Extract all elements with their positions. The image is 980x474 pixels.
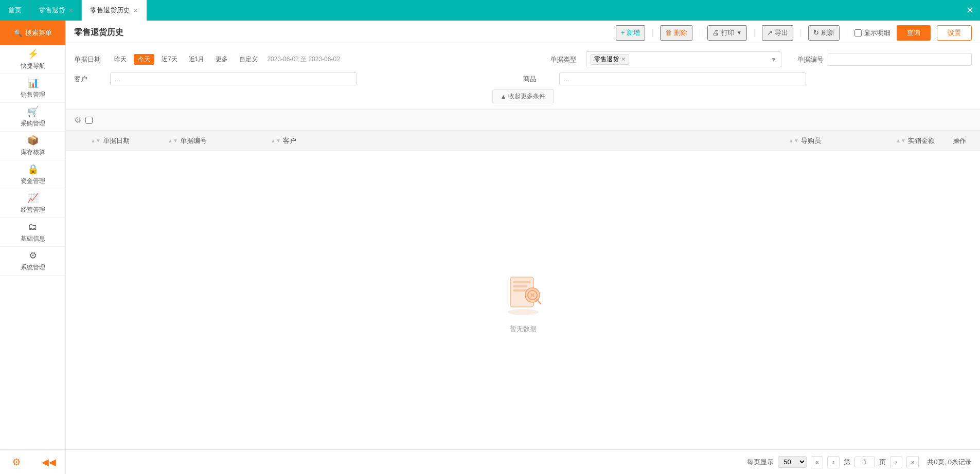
page-first-button[interactable]: « [811,456,823,468]
goods-input[interactable]: ... [559,72,806,85]
tab-retail-return-close[interactable]: ✕ [68,7,73,14]
query-button[interactable]: 查询 [897,25,931,41]
main-layout: 🔍 搜索菜单 ⚡ 快捷导航 📊 销售管理 🛒 采购管理 📦 库存核算 🔒 [0,21,980,474]
show-detail-checkbox[interactable] [854,29,862,37]
sidebar: 🔍 搜索菜单 ⚡ 快捷导航 📊 销售管理 🛒 采购管理 📦 库存核算 🔒 [0,21,66,474]
doc-type-dropdown-icon: ▼ [771,56,777,63]
sidebar-item-operation[interactable]: 📈 经营管理 [0,189,65,218]
collapse-button[interactable]: ▲ 收起更多条件 [492,89,554,103]
divider3 [754,29,755,37]
settings-button[interactable]: 设置 [937,25,972,41]
empty-state: 暂无数据 [66,151,980,449]
sidebar-item-inventory[interactable]: 📦 库存核算 [0,132,65,160]
sales-mgmt-icon: 📊 [27,77,39,88]
doc-type-tag: 零售退货 ✕ [591,54,629,65]
page-next-button[interactable]: › [890,456,902,468]
inventory-icon: 📦 [27,135,39,146]
doc-type-tag-text: 零售退货 [594,55,619,64]
th-docnum[interactable]: ▲▼ 单据编号 [164,136,266,145]
tab-list: 首页 零售退货 ✕ 零售退货历史 ✕ [0,0,959,21]
sidebar-item-finance[interactable]: 🔒 资金管理 [0,160,65,189]
tab-retail-return-history-close[interactable]: ✕ [133,7,138,14]
th-guide[interactable]: ▲▼ 导购员 [785,136,862,145]
date-yesterday-btn[interactable]: 昨天 [110,54,131,65]
divider2 [700,29,700,37]
delete-icon: 🗑 [665,29,672,37]
date-custom-btn[interactable]: 自定义 [235,54,262,65]
doc-type-tag-close[interactable]: ✕ [621,56,626,63]
page-header: 零售退货历史 + 新增 🗑 删除 🖨 打印 ▼ ↗ 导出 [66,21,980,45]
export-button[interactable]: ↗ 导出 [762,25,793,41]
quick-nav-icon: ⚡ [27,48,39,60]
th-op: 操作 [939,136,980,145]
delete-button[interactable]: 🗑 删除 [660,25,692,41]
tab-home-label: 首页 [8,6,22,15]
customer-input[interactable]: ... [110,72,357,85]
customer-label: 客户 [74,75,110,84]
date-more-btn[interactable]: 更多 [211,54,232,65]
page-label: 页 [879,458,886,467]
page-input[interactable] [854,457,875,467]
th-date[interactable]: ▲▼ 单据日期 [86,136,164,145]
th-amount[interactable]: ▲▼ 实销金额 [862,136,939,145]
date-today-btn[interactable]: 今天 [134,54,154,65]
page-label-pre: 第 [844,458,850,467]
header-actions: + 新增 🗑 删除 🖨 打印 ▼ ↗ 导出 [616,25,972,41]
collapse-label: 收起更多条件 [508,92,545,101]
refresh-button[interactable]: ↻ 刷新 [808,25,840,41]
filter-area: 单据日期 昨天 今天 近7天 近1月 更多 自定义 2023-06-02 至 2… [66,45,980,110]
th-date-label: 单据日期 [103,136,130,145]
sidebar-item-quick-nav[interactable]: ⚡ 快捷导航 [0,45,65,74]
sidebar-item-system[interactable]: ⚙ 系统管理 [0,247,65,276]
page-size-select[interactable]: 50 10 20 100 [778,456,807,468]
delete-label: 删除 [674,28,687,38]
sidebar-bottom: ⚙ ◀◀ [0,449,65,474]
sidebar-item-quick-nav-label: 快捷导航 [21,62,45,70]
page-total: 共0页, 0条记录 [927,458,972,467]
svg-line-7 [537,300,541,304]
page-prev-button[interactable]: ‹ [827,456,840,468]
sidebar-item-basic-info[interactable]: 🗂 基础信息 [0,218,65,247]
window-close-button[interactable]: ✕ [959,0,980,21]
doc-type-select[interactable]: 零售退货 ✕ ▼ [586,51,781,67]
sidebar-search-button[interactable]: 🔍 搜索菜单 [0,21,65,45]
sidebar-settings-button[interactable]: ⚙ [7,453,26,471]
tab-retail-return-history[interactable]: 零售退货历史 ✕ [82,0,147,21]
audio-icon: ◀◀ [42,457,56,468]
table-gear-icon[interactable]: ⚙ [74,115,81,125]
divider4 [800,29,801,37]
svg-rect-3 [513,285,527,287]
date-last7days-btn[interactable]: 近7天 [157,54,182,65]
tab-retail-return[interactable]: 零售退货 ✕ [30,0,82,21]
doc-number-label: 单据编号 [797,55,828,64]
th-op-label: 操作 [953,136,966,145]
date-group: 昨天 今天 近7天 近1月 更多 自定义 2023-06-02 至 2023-0… [110,54,340,65]
table-toolbar: ⚙ [66,110,980,131]
tab-retail-return-history-label: 零售退货历史 [90,6,130,15]
show-detail-label: 显示明细 [854,28,890,38]
date-last1month-btn[interactable]: 近1月 [185,54,209,65]
export-label: 导出 [775,28,788,38]
select-all-checkbox[interactable] [85,117,93,124]
th-customer[interactable]: ▲▼ 客户 [266,136,785,145]
print-icon: 🖨 [712,29,719,37]
tab-home[interactable]: 首页 [0,0,30,21]
sidebar-item-basic-info-label: 基础信息 [21,234,45,243]
goods-ellipsis: ... [564,75,569,83]
sidebar-audio-button[interactable]: ◀◀ [40,453,58,471]
print-dropdown-icon: ▼ [737,30,742,35]
add-button[interactable]: + 新增 [616,25,645,41]
page-title: 零售退货历史 [74,27,123,38]
table-header: ▲▼ 单据日期 ▲▼ 单据编号 ▲▼ 客户 ▲▼ 导购员 ▲▼ 实销金额 [66,131,980,151]
sidebar-item-purchase-mgmt[interactable]: 🛒 采购管理 [0,103,65,132]
page-last-button[interactable]: » [906,456,919,468]
date-label: 单据日期 [74,55,110,64]
print-button[interactable]: 🖨 打印 ▼ [707,25,747,41]
date-range-text: 2023-06-02 至 2023-06-02 [267,55,340,64]
svg-rect-2 [513,281,531,283]
top-bar: 首页 零售退货 ✕ 零售退货历史 ✕ ✕ [0,0,980,21]
sidebar-item-finance-label: 资金管理 [21,177,45,186]
sidebar-item-sales-mgmt[interactable]: 📊 销售管理 [0,74,65,103]
doc-type-label: 单据类型 [550,55,586,64]
doc-number-input[interactable] [828,53,972,66]
